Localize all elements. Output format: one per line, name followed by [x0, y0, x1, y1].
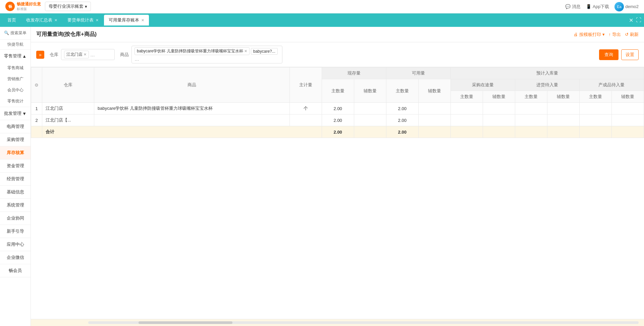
tab-close-icon[interactable]: ✕: [629, 17, 633, 24]
sidebar-item-vip[interactable]: 畅会员: [0, 264, 31, 277]
sidebar-item-retail-mall[interactable]: 零售商城: [0, 62, 31, 74]
row-pt-main-1: [450, 114, 483, 126]
row-index-1: 2: [31, 114, 42, 126]
export-icon: ↑: [609, 32, 611, 37]
product-tag-2: babycare?...: [251, 48, 278, 55]
row-pp-aux-0: [547, 103, 579, 114]
warehouse-tag-close[interactable]: ✕: [84, 52, 87, 57]
search-icon: 🔍: [4, 31, 9, 35]
sidebar-group-wholesale-icon: ▼: [22, 111, 26, 116]
row-product-0: babycare学饮杯 儿童防摔防撞吸管杯重力球吸嘴杯宝宝水杯: [94, 103, 289, 114]
planned-inbound-header: 预计入库量: [450, 67, 644, 79]
sidebar-item-purchase[interactable]: 采购管理: [0, 133, 31, 146]
tab-available-stock-close[interactable]: ✕: [141, 18, 144, 22]
warehouse-ellipsis[interactable]: …: [90, 52, 95, 57]
row-index-0: 1: [31, 103, 42, 114]
query-button[interactable]: 查询: [599, 49, 619, 60]
sidebar-item-members[interactable]: 会员中心: [0, 85, 31, 96]
row-prod-main-0: [579, 103, 611, 114]
tab-order-stat[interactable]: 要货单统计表 ✕: [63, 15, 103, 26]
settings-button[interactable]: 设置: [621, 49, 639, 60]
row-prod-aux-0: [611, 103, 644, 114]
warehouse-tag-box[interactable]: 江北门店 ✕ …: [61, 49, 115, 60]
sidebar-search[interactable]: 🔍 搜索菜单: [0, 27, 31, 40]
print-chevron: ▾: [602, 32, 605, 37]
user-profile[interactable]: Ea demo2: [614, 2, 639, 11]
sidebar: 🔍 搜索菜单 快捷导航 零售管理 ▲ 零售商城 营销推广 会员中心 零售统计 批…: [0, 27, 31, 326]
print-icon: 🖨: [574, 32, 578, 37]
row-pt-aux-0: [483, 103, 515, 114]
sidebar-item-marketing[interactable]: 营销推广: [0, 74, 31, 85]
sidebar-item-guide[interactable]: 新手引导: [0, 225, 31, 238]
product-tag-1: babycare学饮杯 儿童防摔防撞吸管杯重力球吸嘴杯宝宝水杯 ✕: [135, 47, 250, 55]
sidebar-item-enterprise[interactable]: 企业协同: [0, 212, 31, 225]
sidebar-group-retail-header[interactable]: 零售管理 ▲: [0, 50, 31, 62]
sidebar-item-operation[interactable]: 经营管理: [0, 173, 31, 186]
page-title: 可用量查询(按仓库+商品): [36, 31, 97, 42]
footer-label: 合计: [42, 126, 322, 138]
brand-sub: 标准版: [17, 7, 41, 11]
bottom-scrollbar[interactable]: [88, 321, 639, 324]
footer-current-aux: [354, 126, 386, 138]
row-available-main-1: 2.00: [386, 114, 418, 126]
export-btn[interactable]: ↑ 导出: [609, 32, 621, 38]
pp-aux-header: 辅数量: [547, 91, 579, 103]
table-row: 2 江北门店【... 2.00 2.00: [31, 114, 644, 126]
message-label: 消息: [572, 4, 581, 10]
filter-toggle[interactable]: »: [36, 51, 44, 59]
product-tag-1-close[interactable]: ✕: [244, 49, 247, 53]
current-aux-header: 辅数量: [354, 79, 386, 103]
tenant-chevron: ▾: [85, 4, 87, 9]
table-container: ⚙ 仓库 商品 主计量 现存量 可用量 预计入库量 主数量 辅数量 主数量 辅数…: [31, 67, 644, 319]
app-download-action[interactable]: 📱 App下载: [586, 4, 609, 10]
warehouse-label: 仓库: [50, 52, 58, 58]
sidebar-quick-nav[interactable]: 快捷导航: [0, 40, 31, 50]
warehouse-col-header: 仓库: [42, 67, 94, 103]
sidebar-item-apps[interactable]: 应用中心: [0, 238, 31, 251]
refresh-label: 刷新: [630, 32, 639, 38]
template-print-btn[interactable]: 🖨 按模板打印 ▾: [574, 32, 605, 38]
pt-aux-header: 辅数量: [483, 91, 515, 103]
sidebar-item-ecommerce[interactable]: 电商管理: [0, 120, 31, 133]
footer-available-aux: [418, 126, 450, 138]
purchase-transit-header: 采购在途量: [450, 79, 515, 91]
row-prod-main-1: [579, 114, 611, 126]
row-prod-aux-1: [611, 114, 644, 126]
main-layout: 🔍 搜索菜单 快捷导航 零售管理 ▲ 零售商城 营销推广 会员中心 零售统计 批…: [0, 27, 644, 326]
tab-available-stock[interactable]: 可用量库存账本 ✕: [104, 15, 149, 26]
tab-bar: 首页 收发存汇总表 ✕ 要货单统计表 ✕ 可用量库存账本 ✕ ✕ ⛶: [0, 13, 644, 27]
message-action[interactable]: 💬 消息: [565, 4, 581, 10]
table-row: 1 江北门店 babycare学饮杯 儿童防摔防撞吸管杯重力球吸嘴杯宝宝水杯 个…: [31, 103, 644, 114]
brand-icon: 畅: [5, 2, 15, 11]
top-bar: 畅 畅捷通好生意 标准版 母婴行业演示账套 ▾ 💬 消息 📱 App下载 Ea …: [0, 0, 644, 13]
sidebar-item-retail-stats[interactable]: 零售统计: [0, 96, 31, 107]
tab-home[interactable]: 首页: [3, 15, 21, 26]
sidebar-group-wholesale-header[interactable]: 批发管理 ▼: [0, 107, 31, 120]
sidebar-item-finance[interactable]: 资金管理: [0, 159, 31, 173]
refresh-btn[interactable]: ↺ 刷新: [625, 32, 639, 38]
tab-receive-pay-close[interactable]: ✕: [54, 18, 57, 22]
product-col-header: 商品: [94, 67, 289, 103]
export-label: 导出: [612, 32, 621, 38]
sidebar-item-basic[interactable]: 基础信息: [0, 186, 31, 199]
tenant-selector[interactable]: 母婴行业演示账套 ▾: [45, 2, 91, 11]
sidebar-item-wechat[interactable]: 企业微信: [0, 251, 31, 264]
warehouse-tag-jiangbei: 江北门店 ✕: [64, 51, 89, 58]
settings-col-header: ⚙: [31, 67, 42, 103]
row-warehouse-1: 江北门店【...: [42, 114, 94, 126]
product-tag-box[interactable]: babycare学饮杯 儿童防摔防撞吸管杯重力球吸嘴杯宝宝水杯 ✕ babyca…: [131, 46, 282, 63]
row-unit-1: [289, 114, 322, 126]
tab-maximize-icon[interactable]: ⛶: [636, 17, 641, 23]
production-pending-header: 产成品待入量: [579, 79, 644, 91]
sidebar-item-inventory[interactable]: 库存核算: [0, 146, 31, 159]
tab-order-stat-close[interactable]: ✕: [96, 18, 99, 22]
warehouse-tag-label: 江北门店: [66, 52, 83, 57]
gear-icon[interactable]: ⚙: [35, 83, 39, 88]
product-tag-1-label: babycare学饮杯 儿童防摔防撞吸管杯重力球吸嘴杯宝宝水杯: [137, 48, 243, 54]
tab-order-stat-label: 要货单统计表: [67, 17, 94, 23]
product-ellipsis[interactable]: …: [135, 56, 139, 62]
row-current-aux-1: [354, 114, 386, 126]
unit-col-header: 主计量: [289, 67, 322, 103]
sidebar-item-system[interactable]: 系统管理: [0, 199, 31, 212]
tab-receive-pay[interactable]: 收发存汇总表 ✕: [21, 15, 62, 26]
